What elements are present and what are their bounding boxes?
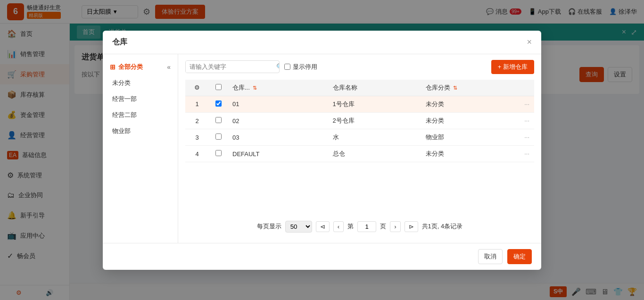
category-item-op2[interactable]: 经营二部 xyxy=(103,107,178,123)
row-checkbox[interactable] xyxy=(209,129,228,146)
page-unit: 页 xyxy=(380,222,386,231)
grid-icon: ⊞ xyxy=(110,63,116,71)
col-name: 仓库名称 xyxy=(328,80,421,96)
row-checkbox-input[interactable] xyxy=(215,150,222,156)
per-page-select[interactable]: 50 100 200 xyxy=(285,221,312,233)
modal-body: ⊞ 全部分类 « 未分类 经营一部 经营二部 物业部 xyxy=(103,54,541,243)
col-category[interactable]: 仓库分类 ⇅ xyxy=(421,80,534,96)
page-number-input[interactable] xyxy=(357,221,376,232)
next-page-button[interactable]: › xyxy=(390,221,400,232)
warehouse-table: ⚙ 仓库... ⇅ 仓库名称 xyxy=(185,80,534,163)
collapse-icon[interactable]: « xyxy=(167,63,171,71)
col-code[interactable]: 仓库... ⇅ xyxy=(228,80,328,96)
sort-category-icon: ⇅ xyxy=(453,85,457,91)
row-category: 未分类 ··· xyxy=(421,113,534,129)
row-code: 03 xyxy=(228,129,328,146)
cancel-button[interactable]: 取消 xyxy=(478,249,503,264)
page-label: 第 xyxy=(347,222,354,231)
select-all-checkbox[interactable] xyxy=(215,84,222,90)
row-actions[interactable]: ··· xyxy=(524,133,529,141)
modal-title: 仓库 xyxy=(112,37,127,47)
table-toolbar: 🔍 显示停用 + 新增仓库 xyxy=(185,60,534,74)
row-name: 2号仓库 xyxy=(328,113,421,129)
row-name: 总仓 xyxy=(328,146,421,162)
modal-footer: 取消 确定 xyxy=(103,243,541,270)
search-icon[interactable]: 🔍 xyxy=(272,63,280,70)
table-row[interactable]: 2 02 2号仓库 未分类 ··· xyxy=(185,113,534,129)
row-actions[interactable]: ··· xyxy=(524,150,529,157)
row-checkbox[interactable] xyxy=(209,113,228,129)
category-item-none[interactable]: 未分类 xyxy=(103,75,178,91)
row-index: 4 xyxy=(185,146,209,162)
search-input[interactable] xyxy=(186,61,272,73)
first-page-button[interactable]: ⊲ xyxy=(316,221,330,232)
row-code: 02 xyxy=(228,113,328,129)
prev-page-button[interactable]: ‹ xyxy=(333,221,344,232)
row-category: 未分类 ··· xyxy=(421,96,534,113)
row-category: 物业部 ··· xyxy=(421,129,534,146)
row-actions[interactable]: ··· xyxy=(524,117,529,124)
row-actions[interactable]: ··· xyxy=(524,100,529,108)
warehouse-modal: 仓库 × ⊞ 全部分类 « 未分类 经营一部 经营二部 xyxy=(103,31,541,270)
row-name: 水 xyxy=(328,129,421,146)
table-row[interactable]: 3 03 水 物业部 ··· xyxy=(185,129,534,146)
table-row[interactable]: 4 DEFAULT 总仓 未分类 ··· xyxy=(185,146,534,162)
settings-col-icon[interactable]: ⚙ xyxy=(194,84,200,91)
search-box: 🔍 xyxy=(185,60,280,73)
row-index: 2 xyxy=(185,113,209,129)
row-checkbox[interactable] xyxy=(209,146,228,162)
confirm-button[interactable]: 确定 xyxy=(507,249,532,264)
row-name: 1号仓库 xyxy=(328,96,421,113)
row-checkbox-input[interactable] xyxy=(215,100,222,107)
show-disabled-checkbox-label[interactable]: 显示停用 xyxy=(284,63,317,71)
sort-code-icon: ⇅ xyxy=(253,85,257,91)
col-checkbox xyxy=(209,80,228,96)
last-page-button[interactable]: ⊳ xyxy=(405,221,418,232)
category-item-property[interactable]: 物业部 xyxy=(103,123,178,139)
modal-header: 仓库 × xyxy=(103,31,541,54)
row-code: DEFAULT xyxy=(228,146,328,162)
category-item-op1[interactable]: 经营一部 xyxy=(103,91,178,107)
row-index: 1 xyxy=(185,96,209,113)
row-checkbox[interactable] xyxy=(209,96,228,113)
row-checkbox-input[interactable] xyxy=(215,133,222,140)
add-warehouse-button[interactable]: + 新增仓库 xyxy=(491,60,534,74)
row-index: 3 xyxy=(185,129,209,146)
show-disabled-checkbox[interactable] xyxy=(284,64,290,70)
table-row[interactable]: 1 01 1号仓库 未分类 ··· xyxy=(185,96,534,113)
row-category: 未分类 ··· xyxy=(421,146,534,162)
row-checkbox-input[interactable] xyxy=(215,117,222,123)
total-records: 共1页, 4条记录 xyxy=(422,222,463,231)
table-area: 🔍 显示停用 + 新增仓库 ⚙ xyxy=(178,54,541,243)
col-index: ⚙ xyxy=(185,80,209,96)
modal-overlay: 仓库 × ⊞ 全部分类 « 未分类 经营一部 经营二部 xyxy=(0,0,644,300)
row-code: 01 xyxy=(228,96,328,113)
modal-close-button[interactable]: × xyxy=(527,37,532,47)
all-categories-item[interactable]: ⊞ 全部分类 « xyxy=(103,59,178,75)
pagination: 每页显示 50 100 200 ⊲ ‹ 第 页 › ⊳ 共1页, 4条记录 xyxy=(185,216,534,237)
category-sidebar: ⊞ 全部分类 « 未分类 经营一部 经营二部 物业部 xyxy=(103,54,178,243)
